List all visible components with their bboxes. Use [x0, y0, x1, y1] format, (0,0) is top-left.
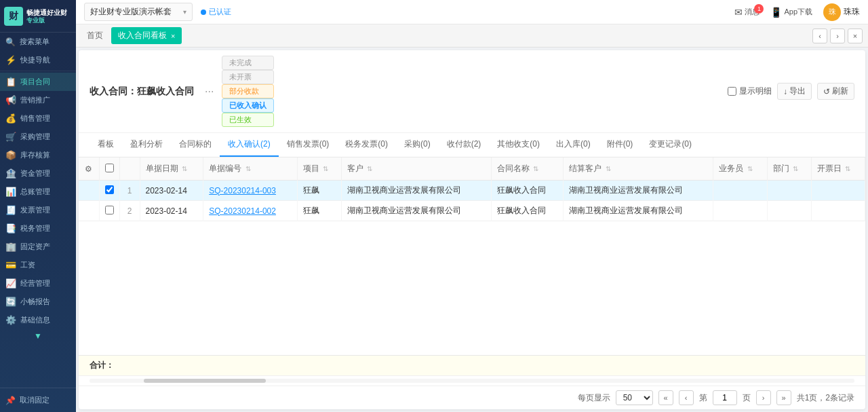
sidebar-item-hr[interactable]: 💳 工资: [0, 256, 76, 274]
sidebar-item-label: 资金管理: [20, 168, 50, 179]
logo-icon: 财: [4, 7, 23, 26]
company-selector[interactable]: 好业财专业版演示帐套 ▾: [84, 3, 193, 21]
sidebar-item-general[interactable]: 📊 总账管理: [0, 183, 76, 201]
header-right: 显示明细 ↓ 导出 ↺ 刷新: [728, 83, 854, 100]
col-header-settings: ⚙: [79, 157, 99, 181]
sub-tab-kanban[interactable]: 看板: [90, 133, 122, 157]
per-page-select[interactable]: 2050100: [616, 390, 653, 405]
row-settings-cell: [79, 181, 99, 201]
sub-tab-change_log[interactable]: 变更记录(0): [641, 133, 700, 157]
tabbar: 首页 收入合同看板 × ‹ › ×: [76, 24, 868, 48]
tab-nav-close[interactable]: ×: [848, 29, 863, 43]
show-details-checkbox[interactable]: [728, 87, 736, 96]
sidebar-search[interactable]: 🔍 搜索菜单: [0, 33, 76, 51]
sub-tab-contract_standards[interactable]: 合同标的: [171, 133, 220, 157]
settings-icon[interactable]: ⚙: [85, 164, 92, 174]
sub-tab-sales_invoice[interactable]: 销售发票(0): [279, 133, 338, 157]
status-btn-uninvoiced[interactable]: 未开票: [222, 70, 274, 84]
sidebar-item-project[interactable]: 📋 项目合同: [0, 73, 76, 91]
status-btn-effective[interactable]: 已生效: [222, 113, 274, 127]
sub-tab-profit[interactable]: 盈利分析: [122, 133, 171, 157]
col-header-customer[interactable]: 客户 ⇅: [341, 157, 491, 181]
last-icon: »: [782, 394, 786, 402]
status-btn-partial_collected[interactable]: 部分收款: [222, 84, 274, 98]
sidebar-item-assets[interactable]: 🏢 固定资产: [0, 238, 76, 256]
next-icon: ›: [762, 394, 765, 402]
row-check-cell[interactable]: [99, 201, 119, 221]
row-salesperson: [713, 181, 767, 201]
horizontal-scrollbar[interactable]: [90, 379, 854, 383]
sidebar-item-basic[interactable]: ⚙️ 基础信息: [0, 311, 76, 329]
sub-tab-income_confirm[interactable]: 收入确认(2): [220, 133, 279, 157]
status-btn-incomplete[interactable]: 未完成: [222, 56, 274, 70]
row-code[interactable]: SQ-20230214-002: [203, 201, 297, 221]
page-input[interactable]: [713, 390, 737, 405]
scrollbar-thumb[interactable]: [144, 379, 266, 383]
tab-nav-prev[interactable]: ‹: [812, 29, 827, 43]
tab-close-icon[interactable]: ×: [171, 32, 175, 40]
first-page-btn[interactable]: «: [658, 390, 673, 405]
sidebar-pin-btn[interactable]: 📌 取消固定: [5, 392, 71, 408]
sidebar-item-quick-nav[interactable]: ⚡ 快捷导航: [0, 51, 76, 69]
col-header-contract_name[interactable]: 合同名称 ⇅: [491, 157, 563, 181]
row-customer: 湖南卫视商业运营发展有限公司: [341, 181, 491, 201]
row-checkbox[interactable]: [105, 185, 114, 194]
sidebar-item-marketing[interactable]: 📢 营销推广: [0, 91, 76, 109]
sub-tab-purchase[interactable]: 采购(0): [396, 133, 439, 157]
sidebar-item-purchase[interactable]: 🛒 采购管理: [0, 128, 76, 146]
status-buttons: 未完成未开票部分收款已收入确认已生效: [222, 56, 278, 127]
row-checkbox[interactable]: [105, 206, 114, 214]
content-area: 收入合同：狂飙收入合同 ··· 未完成未开票部分收款已收入确认已生效 显示明细 …: [79, 50, 865, 409]
more-btn[interactable]: ···: [205, 86, 214, 98]
sort-icon: ⇅: [606, 165, 611, 172]
prev-page-btn[interactable]: ‹: [679, 390, 694, 405]
invoice-icon: 🧾: [5, 205, 16, 215]
sub-tab-warehouse[interactable]: 出入库(0): [548, 133, 599, 157]
tab-home[interactable]: 首页: [81, 27, 108, 44]
export-btn[interactable]: ↓ 导出: [777, 83, 812, 100]
export-icon: ↓: [783, 87, 787, 96]
status-btn-confirmed[interactable]: 已收入确认: [222, 98, 274, 113]
sidebar-item-sales[interactable]: 💰 销售管理: [0, 109, 76, 128]
col-header-end_customer[interactable]: 结算客户 ⇅: [564, 157, 713, 181]
show-details-check[interactable]: 显示明细: [728, 86, 772, 97]
sidebar-scroll-down[interactable]: ▼: [0, 329, 76, 343]
sub-tab-tax_invoice[interactable]: 税务发票(0): [337, 133, 396, 157]
sidebar-item-tax[interactable]: 📑 税务管理: [0, 219, 76, 238]
username-label: 珠珠: [844, 6, 860, 18]
auth-label: 已认证: [209, 7, 231, 17]
col-header-project[interactable]: 项目 ⇅: [297, 157, 341, 181]
tab-income-contract[interactable]: 收入合同看板 ×: [111, 27, 182, 44]
col-header-code[interactable]: 单据编号 ⇅: [203, 157, 297, 181]
sidebar-item-capital[interactable]: 🏦 资金管理: [0, 164, 76, 183]
sort-icon: ⇅: [845, 165, 850, 172]
select-all-checkbox[interactable]: [105, 164, 114, 172]
sidebar-item-operations[interactable]: 📈 经营管理: [0, 274, 76, 293]
col-header-salesperson[interactable]: 业务员 ⇅: [713, 157, 767, 181]
page-label: 第: [699, 392, 707, 404]
export-label: 导出: [789, 86, 806, 97]
sub-tab-attachment[interactable]: 附件(0): [599, 133, 642, 157]
sub-tab-other_income[interactable]: 其他收支(0): [489, 133, 548, 157]
sidebar-item-inventory[interactable]: 📦 库存核算: [0, 146, 76, 164]
total-info: 共1页，2条记录: [797, 392, 854, 404]
col-header-date[interactable]: 单据日期 ⇅: [140, 157, 203, 181]
sidebar-item-reports[interactable]: 🔄 小畅报告: [0, 293, 76, 311]
last-page-btn[interactable]: »: [776, 390, 791, 405]
messages-btn[interactable]: ✉ 消息 1: [734, 7, 760, 18]
next-page-btn[interactable]: ›: [756, 390, 771, 405]
row-code[interactable]: SQ-20230214-003: [203, 181, 297, 201]
sidebar-item-label: 项目合同: [20, 77, 50, 87]
col-header-department[interactable]: 部门 ⇅: [767, 157, 811, 181]
app-download-btn[interactable]: 📱 App下载: [770, 7, 812, 18]
col-header-invoice_date[interactable]: 开票日 ⇅: [811, 157, 865, 181]
sidebar-divider: [0, 71, 76, 71]
user-avatar[interactable]: 珠 珠珠: [823, 3, 860, 21]
sidebar-item-invoice[interactable]: 🧾 发票管理: [0, 201, 76, 219]
sub-tab-collection[interactable]: 收付款(2): [439, 133, 490, 157]
sort-icon: ⇅: [323, 165, 328, 172]
row-check-cell[interactable]: [99, 181, 119, 201]
tab-nav-next[interactable]: ›: [830, 29, 845, 43]
refresh-btn[interactable]: ↺ 刷新: [817, 83, 854, 100]
sales-icon: 💰: [5, 113, 16, 124]
